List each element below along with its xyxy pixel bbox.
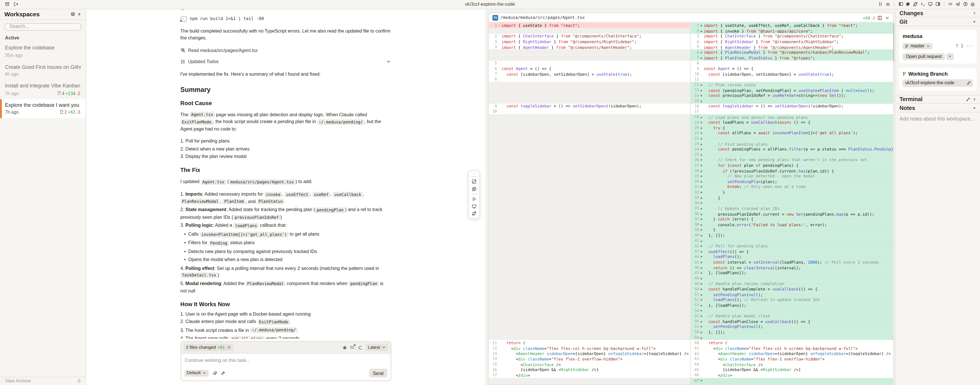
panel-right-icon[interactable] — [935, 2, 940, 6]
send-button[interactable]: Send — [369, 369, 387, 377]
brush-icon[interactable] — [221, 371, 225, 375]
message-input[interactable]: Continue working on this task... — [185, 358, 387, 363]
root-cause-heading: Root Cause — [180, 100, 391, 106]
tool-label: Read medusa/src/pages/Agent.tsx — [188, 47, 258, 53]
diff-header[interactable]: TS /medusa/medusa/src/pages/Agent.tsx +5… — [489, 13, 893, 23]
split-view-icon[interactable] — [878, 16, 882, 20]
archive-box-icon[interactable] — [5, 2, 10, 6]
diff-line: 6const Agent = () => { — [489, 66, 690, 71]
terminal-icon[interactable] — [921, 2, 925, 6]
changes-section-header[interactable]: Changes — [896, 9, 980, 18]
diff-line: 5import { AgentHeader } from "@/componen… — [691, 44, 893, 50]
notes-section-header[interactable]: Notes — [896, 104, 980, 113]
branch-dropdown[interactable]: master — [902, 43, 932, 49]
git-section-header[interactable]: Git — [896, 18, 980, 26]
chevron-down-icon[interactable] — [387, 59, 391, 64]
working-branch-input[interactable]: vk/3ccf-explore-the-code — [902, 80, 973, 86]
workspace-item[interactable]: Explore the codebase I want you to exp7h… — [0, 99, 86, 118]
diff-line: 63 <div className="flex flex-1 overflow-… — [691, 356, 893, 361]
copy-icon[interactable] — [472, 186, 476, 191]
diff-line — [489, 125, 690, 130]
diff-card: TS /medusa/medusa/src/pages/Agent.tsx +5… — [488, 13, 894, 385]
expand-icon[interactable] — [966, 97, 970, 101]
inline-code: Agent.tsx — [189, 112, 215, 118]
diff-line — [489, 265, 690, 270]
search-input[interactable] — [8, 24, 77, 30]
diff-line — [489, 383, 690, 384]
pencil-icon[interactable] — [967, 81, 970, 85]
attach-icon[interactable] — [212, 371, 217, 375]
version-dropdown[interactable]: Latest — [366, 344, 388, 351]
mode-dropdown[interactable]: Default — [184, 369, 208, 377]
collapse-up-icon[interactable] — [886, 2, 890, 6]
diff-line: 46+ return () => clearInterval(interval)… — [691, 265, 893, 270]
monitor-icon[interactable] — [928, 2, 932, 6]
fix-list-continued: 4.Polling effect: Set up a polling inter… — [180, 264, 391, 294]
terminal-section-header[interactable]: Terminal — [896, 95, 980, 104]
notes-input[interactable]: Add notes about this workspace... — [896, 113, 980, 385]
diff-line: 51+ setPendingPlan(null); — [691, 292, 893, 297]
sign-out-icon[interactable] — [14, 2, 19, 6]
diff-line — [489, 232, 690, 238]
diff-line — [489, 243, 690, 249]
help-icon[interactable] — [963, 2, 967, 6]
hide-diff-icon[interactable] — [472, 179, 476, 184]
spark-icon[interactable] — [342, 345, 347, 350]
scrollbar[interactable] — [893, 23, 894, 62]
panel-left-icon[interactable] — [899, 2, 903, 6]
menu-icon[interactable] — [948, 2, 953, 6]
diff-line — [489, 195, 690, 200]
root-cause-paragraph: The Agent.tsx page was missing all plan … — [180, 111, 391, 133]
diff-line — [489, 259, 690, 265]
diff-line — [489, 275, 690, 281]
files-changed-chip[interactable]: 2 files changed +61 -3 — [183, 344, 233, 351]
tool-call-terminal[interactable]: >_ npm run build 2>&1 | tail -80 — [180, 16, 391, 22]
inline-code: loadPlans — [234, 223, 259, 229]
diff-line — [489, 302, 690, 308]
workspace-item[interactable]: Create Good First Issues on Github So p6… — [0, 61, 86, 80]
megaphone-icon[interactable] — [956, 2, 960, 6]
view-archive-button[interactable]: View Archive — [5, 378, 31, 384]
diff-line: 39+ } — [691, 227, 893, 232]
tool-call-todos[interactable]: Updated Todos — [180, 59, 391, 65]
workspace-item[interactable]: Install and integrate Vibe Kanban Web (7… — [0, 80, 86, 99]
diff-stats: 2 +61 -3 — [60, 110, 81, 115]
pull-request-options-button[interactable] — [946, 53, 953, 60]
list-item: 1.Poll for pending plans — [180, 138, 391, 145]
diff-line: 4import { AgentHeader } from "@/componen… — [489, 44, 690, 50]
app-root: vk/3ccf-explore-the-code ⚙ Workspaces + — [0, 0, 980, 385]
diff-line: 25+ — [691, 152, 893, 158]
inline-code: useEffect — [285, 192, 310, 197]
workspace-item[interactable]: Explore the codebase35m ago — [0, 42, 86, 61]
drag-handle[interactable] — [472, 173, 476, 173]
new-workspace-button[interactable]: + — [78, 11, 81, 17]
chevron-down-icon[interactable] — [885, 16, 889, 20]
inline-code: ~/.medusa/pending/ — [317, 119, 364, 125]
todo-status-icon[interactable] — [350, 345, 355, 350]
list-item: 3.Polling logic: Added a loadPlans callb… — [180, 222, 391, 229]
diff-old-column: 1-import { useState } from "react";2impo… — [489, 23, 691, 384]
workspace-search[interactable] — [4, 23, 81, 30]
git-compare-icon[interactable] — [913, 2, 918, 6]
diff-line: 8 — [489, 76, 690, 82]
pause-icon[interactable] — [878, 2, 883, 6]
gear-icon[interactable]: ⚙ — [970, 2, 975, 7]
diff-line: 16 {sidebarOpen && <RightSidebar />} — [489, 367, 690, 372]
diff-line: 33+ } — [691, 195, 893, 200]
monitor-icon[interactable] — [472, 204, 476, 208]
chat-transcript[interactable]: >_ npm run build 2>&1 | tail -80 The bui… — [86, 9, 485, 339]
open-pull-request-button[interactable]: Open pull request — [902, 53, 945, 60]
tool-label: Updated Todos — [188, 59, 219, 65]
chat-bubble-icon[interactable] — [906, 2, 911, 6]
chat-panel: >_ npm run build 2>&1 | tail -80 The bui… — [86, 9, 486, 385]
chevron-right-icon — [972, 97, 976, 101]
layers-icon[interactable] — [71, 12, 75, 17]
tool-call-read[interactable]: Read medusa/src/pages/Agent.tsx — [180, 47, 391, 53]
more-menu-icon[interactable]: ··· — [967, 43, 973, 49]
play-icon[interactable] — [472, 197, 476, 202]
diff-line: 1+import { useState, useEffect, useRef, … — [691, 23, 893, 28]
diff-line: 3import { RightSidebar } from "@/compone… — [489, 39, 690, 44]
inline-code: Pending — [208, 240, 229, 246]
git-compare-icon[interactable] — [472, 211, 476, 216]
sidebar-title: Workspaces — [4, 11, 68, 18]
